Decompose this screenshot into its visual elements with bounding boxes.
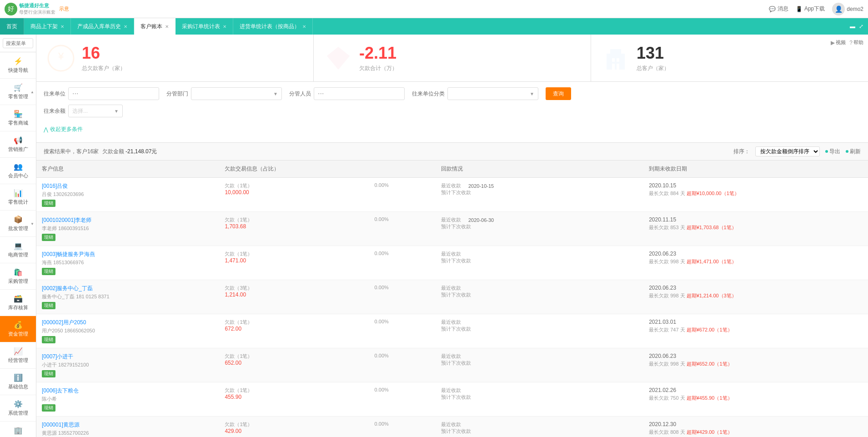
app-download-btn[interactable]: 📱 App下载 — [796, 5, 825, 13]
cell-due-date: 2020.06.23 最长欠款 998 天 超期¥1,214.00（3笔） — [643, 280, 868, 314]
customer-name-link[interactable]: [0002]服务中心_丁磊 — [42, 285, 214, 292]
tab-bar: 首页 商品上下架 ✕ 产成品入库单历史 ✕ 客户账本 ✕ 采购订单统计表 ✕ 进… — [0, 18, 868, 35]
export-btn[interactable]: 导出 — [825, 148, 840, 156]
debt-amount[interactable]: 1,214.00 — [225, 291, 363, 298]
tab-product-shelf[interactable]: 商品上下架 ✕ — [24, 18, 71, 35]
sidebar-item-marketing[interactable]: 📢 营销推广 — [0, 131, 36, 158]
balance-input[interactable]: 选择... ▼ — [68, 105, 123, 117]
debt-amount[interactable]: 1,471.00 — [225, 257, 363, 264]
main-content: ¥ 16 总欠款客户（家） -2.11 欠款合计（万） — [36, 35, 868, 437]
due-date: 2020.06.23 — [649, 285, 863, 291]
debt-amount[interactable]: 672.00 — [225, 326, 363, 332]
tab-product-history[interactable]: 产成品入库单历史 ✕ — [71, 18, 134, 35]
debt-percent: 0.00% — [375, 421, 430, 427]
close-icon[interactable]: ✕ — [223, 24, 226, 29]
debt-amount[interactable]: 455.90 — [225, 394, 363, 400]
overdue-link[interactable]: 超期¥1,214.00（3笔） — [687, 293, 737, 298]
sidebar-item-members[interactable]: 👥 会员中心 — [0, 158, 36, 184]
ecom-mgmt-icon: 💻 — [14, 241, 23, 250]
cell-customer-info: [000001]黄思源 黄思源 13552700226 现销 — [36, 417, 219, 437]
overdue-link[interactable]: 超期¥1,703.68（1笔） — [687, 225, 737, 230]
customer-name-link[interactable]: [000001]黄思源 — [42, 421, 214, 429]
overdue-link[interactable]: 超期¥10,000.00（1笔） — [687, 191, 739, 196]
search-input[interactable] — [3, 38, 33, 48]
sidebar-item-biz-mgmt[interactable]: 📈 经营管理 — [0, 342, 36, 369]
top-bar: 好 畅捷通好生意 母婴行业演示账套 示意 💬 消息 📱 App下载 👤 demo… — [0, 0, 868, 18]
dept-input[interactable]: ▼ — [191, 87, 282, 100]
close-icon[interactable]: ✕ — [60, 24, 64, 29]
customer-tag: 现销 — [42, 302, 55, 309]
cell-customer-info: [0006]去下粮仓 陈小希 现销 — [36, 382, 219, 417]
sidebar-item-sys-mgmt[interactable]: ⚙️ 系统管理 — [0, 395, 36, 422]
query-button[interactable]: 查询 — [546, 87, 571, 100]
video-btn[interactable]: ▶ 视频 — [831, 39, 846, 46]
marketing-icon: 📢 — [14, 136, 23, 145]
filter-person: 分管人员 ··· — [289, 87, 405, 100]
collapse-btn[interactable]: ⋀ 收起更多条件 — [44, 126, 861, 133]
cell-debt-info: 欠款（1笔） 10,000.00 — [219, 178, 369, 212]
stat-total-customers-num: 131 — [637, 44, 669, 63]
customer-name-link[interactable]: [0003]畅捷服务尹海燕 — [42, 251, 214, 258]
debt-amount[interactable]: 429.00 — [225, 428, 363, 434]
sidebar-item-enterprise[interactable]: 🏢 企业协同 — [0, 422, 36, 437]
from-unit-input[interactable]: ··· — [68, 87, 159, 100]
recent-collect-date: 2020-06-30 — [468, 217, 494, 223]
unit-type-input[interactable]: ▼ — [447, 87, 538, 100]
cell-customer-info: [0016]吕俊 吕俊 13026203696 现销 — [36, 178, 219, 212]
sidebar-item-finance[interactable]: 💰 资金管理 — [0, 316, 36, 342]
sidebar-item-retail-stats[interactable]: 📊 零售统计 — [0, 184, 36, 211]
refresh-btn[interactable]: 刷新 — [846, 148, 861, 156]
max-overdue: 最长欠款 884 天 超期¥10,000.00（1笔） — [649, 190, 863, 197]
next-collect-label: 预计下次收款 — [441, 394, 638, 401]
results-summary: 搜索结果中，客户16家 欠款金额 -21,148.07元 — [44, 148, 157, 156]
customer-name-link[interactable]: [0001020001]李老师 — [42, 216, 214, 224]
user-menu[interactable]: 👤 demo2 — [832, 3, 863, 15]
close-icon[interactable]: ✕ — [165, 24, 169, 29]
debt-amount[interactable]: 1,703.68 — [225, 223, 363, 230]
tab-customer-account[interactable]: 客户账本 ✕ — [134, 18, 176, 35]
help-btn[interactable]: ? 帮助 — [849, 39, 863, 46]
overdue-link[interactable]: 超期¥652.00（1笔） — [687, 361, 733, 367]
tab-home[interactable]: 首页 — [0, 18, 24, 35]
debt-percent: 0.00% — [375, 319, 430, 324]
overdue-link[interactable]: 超期¥455.90（1笔） — [687, 395, 733, 401]
sidebar-item-batch-mgmt[interactable]: 📦 批发管理 ▼ — [0, 211, 36, 237]
message-btn[interactable]: 💬 消息 — [769, 5, 788, 13]
sidebar-item-inventory[interactable]: 🗃️ 库存核算 — [0, 290, 36, 316]
overdue-link[interactable]: 超期¥1,471.00（1笔） — [687, 259, 737, 264]
table-body: [0016]吕俊 吕俊 13026203696 现销 欠款（1笔） 10,000… — [36, 178, 868, 437]
tab-purchase-order[interactable]: 采购订单统计表 ✕ — [176, 18, 233, 35]
sidebar-item-retail-mgmt[interactable]: 🛒 零售管理 ▲ — [0, 79, 36, 105]
unit-type-label: 往来单位分类 — [412, 90, 445, 98]
customer-name-link[interactable]: [000002]用户2050 — [42, 319, 214, 326]
cell-debt-percent: 0.00% — [369, 314, 436, 348]
dept-arrow-icon: ▼ — [273, 91, 278, 96]
sidebar-item-basic-info[interactable]: ℹ️ 基础信息 — [0, 369, 36, 395]
recent-collect-label: 最近收款 — [441, 353, 461, 360]
sidebar-item-purchase-mgmt[interactable]: 🛍️ 采购管理 — [0, 263, 36, 290]
person-input[interactable]: ··· — [314, 87, 405, 100]
sidebar-item-quick-nav[interactable]: ⚡ 快捷导航 — [0, 52, 36, 79]
customer-name-link[interactable]: [0006]去下粮仓 — [42, 387, 214, 395]
cell-collection: 最近收款 2020-10-15 预计下次收款 — [436, 178, 643, 212]
customer-name-link[interactable]: [0007]小进干 — [42, 353, 214, 361]
collapse-row: ⋀ 收起更多条件 — [44, 122, 861, 137]
top-bar-right: 💬 消息 📱 App下载 👤 demo2 — [769, 3, 863, 15]
customer-name-link[interactable]: [0016]吕俊 — [42, 182, 214, 190]
cell-debt-percent: 0.00% — [369, 280, 436, 314]
sidebar-item-retail-mall[interactable]: 🏪 零售商城 — [0, 105, 36, 131]
debt-label: 欠款（1笔） — [225, 319, 363, 326]
next-collect-label: 预计下次收款 — [441, 326, 638, 332]
debt-amount[interactable]: 652.00 — [225, 360, 363, 366]
close-icon[interactable]: ✕ — [124, 24, 127, 29]
overdue-link[interactable]: 超期¥429.00（1笔） — [687, 429, 733, 435]
close-icon[interactable]: ✕ — [302, 24, 306, 29]
store-link[interactable]: 示意 — [59, 5, 69, 12]
tab-maximize-icon[interactable]: ⤢ — [859, 23, 863, 30]
tab-minimize-icon[interactable]: ▬ — [850, 23, 855, 30]
sort-select[interactable]: 按欠款金额倒序排序 — [755, 146, 820, 156]
overdue-link[interactable]: 超期¥672.00（1笔） — [687, 327, 733, 332]
debt-amount[interactable]: 10,000.00 — [225, 189, 363, 196]
sidebar-item-ecom-mgmt[interactable]: 💻 电商管理 — [0, 237, 36, 263]
tab-purchase-stats[interactable]: 进货单统计表（按商品） ✕ — [233, 18, 313, 35]
